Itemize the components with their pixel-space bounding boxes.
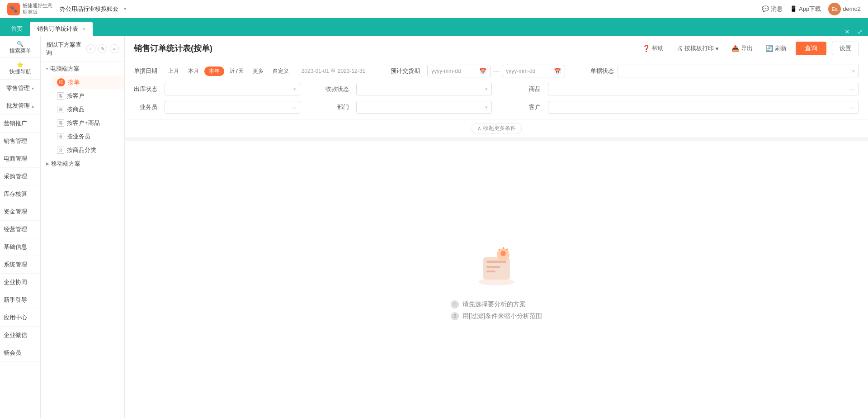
sidebar-quick-nav[interactable]: ⭐ 快捷导航 [0, 58, 40, 80]
active-item-icon: 按 [57, 78, 65, 86]
user-menu[interactable]: Ea demo2 [828, 3, 861, 15]
recv-status-select[interactable]: ▾ [356, 83, 492, 95]
print-icon: 🖨 [676, 45, 683, 52]
tab-close-icon[interactable]: × [83, 26, 85, 32]
sidebar-item-sales[interactable]: 销售管理 [0, 133, 40, 150]
tree-group-mobile-label: 移动端方案 [51, 160, 80, 168]
out-status-select[interactable]: ▾ [165, 83, 300, 95]
download-icon: 📱 [790, 5, 797, 12]
empty-hint-1: 1 请先选择要分析的方案 [451, 300, 542, 309]
status-select[interactable]: ▾ [618, 65, 859, 77]
logo-icon: 🐾 [7, 3, 20, 15]
expected-date-inputs: yyyy-mm-dd 📅 — yyyy-mm-dd 📅 [427, 65, 565, 77]
empty-state: 1 请先选择要分析的方案 2 用[过滤]条件来缩小分析范围 [125, 141, 868, 418]
prev-month-btn[interactable]: 上月 [165, 66, 183, 76]
sidebar-item-guide[interactable]: 新手引导 [0, 291, 40, 309]
expected-date-from[interactable]: yyyy-mm-dd 📅 [427, 65, 491, 77]
app-title-dropdown[interactable]: ▾ [124, 6, 126, 11]
calendar-icon-from: 📅 [479, 68, 486, 75]
dept-select[interactable]: ▾ [356, 101, 492, 114]
sidebar-item-finance[interactable]: 资金管理 [0, 203, 40, 221]
sidebar-item-marketing[interactable]: 营销推广 [0, 115, 40, 133]
tree-item-by-salesman[interactable]: 业 按业务员 [52, 130, 124, 143]
date-buttons: 上月 本月 本年 近7天 更多 自定义 [165, 66, 292, 76]
window-maximize-btn[interactable]: ⤢ [855, 27, 864, 36]
customer-input[interactable]: ··· [548, 101, 859, 114]
salesman-label: 业务员 [134, 103, 157, 111]
sidebar-item-retail[interactable]: 零售管理 ▾ [0, 80, 40, 97]
dept-label: 部门 [326, 103, 349, 111]
svg-rect-3 [486, 266, 500, 268]
custom-date-btn[interactable]: 自定义 [269, 66, 292, 76]
svg-rect-4 [486, 271, 495, 272]
sidebar-item-member[interactable]: 畅会员 [0, 344, 40, 362]
content-header: 销售订单统计表(按单) ❓ 帮助 🖨 按模板打印 ▾ 📤 导出 [125, 36, 868, 59]
item-icon-salesman: 业 [57, 133, 64, 140]
nav-tabs: 首页 销售订单统计表 × ✕ ⤢ [0, 18, 868, 36]
app-download-button[interactable]: 📱 App下载 [790, 5, 821, 13]
tree-pc-items: 按 按单 客 按客户 商 按商品 客 按客户+商品 业 按业务员 分 按商品分类 [41, 76, 124, 157]
chevron-down-icon: ▾ [32, 86, 34, 91]
tree-item-by-goods[interactable]: 商 按商品 [52, 103, 124, 116]
window-close-btn[interactable]: ✕ [843, 27, 852, 36]
add-scheme-button[interactable]: + [86, 44, 95, 53]
refresh-icon: 🔄 [765, 45, 773, 52]
sidebar-item-app-center[interactable]: 应用中心 [0, 309, 40, 327]
main-layout: 🔍 搜索菜单 ⭐ 快捷导航 零售管理 ▾ 批发管理 ▴ 营销推广 销售管理 电商… [0, 36, 868, 418]
settings-button[interactable]: 设置 [832, 42, 859, 55]
sidebar-item-wholesale[interactable]: 批发管理 ▴ [0, 97, 40, 115]
goods-label: 商品 [517, 85, 541, 93]
sidebar-item-basic-info[interactable]: 基础信息 [0, 238, 40, 256]
sidebar-item-operations[interactable]: 经营管理 [0, 221, 40, 238]
print-button[interactable]: 🖨 按模板打印 ▾ [673, 43, 722, 54]
this-month-btn[interactable]: 本月 [184, 66, 203, 76]
expected-date-label: 预计交货期 [391, 67, 420, 74]
app-title: 办公用品行业模拟账套 [60, 5, 118, 13]
tree-item-by-order[interactable]: 按 按单 [52, 76, 124, 89]
sidebar-item-ecommerce[interactable]: 电商管理 [0, 150, 40, 168]
refresh-button[interactable]: 🔄 刷新 [762, 43, 790, 54]
7days-btn[interactable]: 近7天 [226, 66, 247, 76]
edit-scheme-button[interactable]: ✎ [98, 44, 107, 53]
tree-group-mobile[interactable]: ▶ 移动端方案 [41, 157, 124, 171]
help-button[interactable]: ❓ 帮助 [639, 43, 667, 54]
item-icon-category: 分 [57, 147, 64, 154]
goods-input[interactable]: ··· [548, 83, 859, 95]
message-icon: 💬 [762, 5, 769, 12]
tab-home[interactable]: 首页 [4, 22, 30, 36]
left-panel-icons: + ✎ « [86, 44, 119, 53]
status-group: 单据状态 ▾ [590, 65, 859, 77]
tree-group-pc[interactable]: ▾ 电脑端方案 [41, 62, 124, 76]
query-button[interactable]: 查询 [796, 42, 826, 55]
status-select-arrow: ▾ [852, 68, 855, 74]
out-status-arrow: ▾ [293, 86, 296, 92]
left-panel-title: 按以下方案查询 [46, 41, 84, 57]
item-icon-goods: 商 [57, 106, 64, 113]
tree-item-by-customer[interactable]: 客 按客户 [52, 89, 124, 103]
expected-date-to[interactable]: yyyy-mm-dd 📅 [502, 65, 565, 77]
recv-status-label: 收款状态 [326, 85, 349, 93]
sidebar-item-cooperation[interactable]: 企业协同 [0, 274, 40, 291]
tree-group-pc-label: 电脑端方案 [50, 65, 80, 73]
sidebar-item-enterprise-wechat[interactable]: 企业微信 [0, 327, 40, 344]
out-status-label: 出库状态 [134, 85, 157, 93]
dept-arrow: ▾ [485, 104, 488, 110]
collapse-panel-button[interactable]: « [110, 44, 119, 53]
this-year-btn[interactable]: 本年 [204, 66, 224, 76]
customer-dots-icon: ··· [850, 104, 855, 111]
hint-num-1: 1 [451, 300, 459, 309]
goods-dots-icon: ··· [850, 86, 855, 93]
tab-sales-report[interactable]: 销售订单统计表 × [30, 22, 93, 36]
export-button[interactable]: 📤 导出 [728, 43, 756, 54]
collapse-button[interactable]: ∧ 收起更多条件 [472, 123, 522, 133]
sidebar-item-inventory[interactable]: 库存核算 [0, 185, 40, 203]
salesman-input[interactable]: ··· [165, 101, 300, 114]
top-bar-right: 💬 消息 📱 App下载 Ea demo2 [762, 3, 861, 15]
message-button[interactable]: 💬 消息 [762, 5, 783, 13]
tree-item-by-customer-goods[interactable]: 客 按客户+商品 [52, 116, 124, 130]
tree-item-by-category[interactable]: 分 按商品分类 [52, 143, 124, 157]
sidebar-item-purchase[interactable]: 采购管理 [0, 168, 40, 185]
sidebar-item-system[interactable]: 系统管理 [0, 256, 40, 274]
more-date-btn[interactable]: 更多 [249, 66, 267, 76]
sidebar-search[interactable]: 🔍 搜索菜单 [0, 36, 40, 58]
